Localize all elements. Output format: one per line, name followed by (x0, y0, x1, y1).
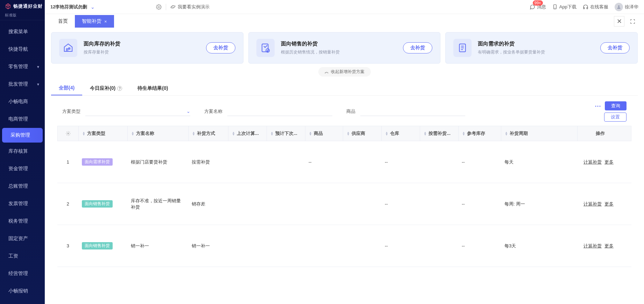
sidebar-item[interactable]: 电商管理 (0, 110, 45, 128)
card-desc: 根据历史销售情况，按销量补货 (281, 49, 397, 55)
more-link[interactable]: 更多 (604, 243, 614, 248)
svg-rect-3 (554, 5, 557, 9)
fullscreen-icon[interactable] (627, 16, 638, 27)
sort-icon: ▲▼ (385, 131, 388, 136)
th-ref[interactable]: ▲▼参考库存 (459, 126, 501, 141)
sidebar-item[interactable]: 总账管理 (0, 178, 45, 195)
filter-goods: 商品 (346, 107, 465, 116)
sidebar-menu: 搜索菜单快捷导航零售管理▼批发管理▼小畅电商电商管理采购管理库存核算资金管理总账… (0, 20, 45, 304)
cell-warehouse: -- (381, 243, 420, 248)
card-title: 面向销售的补货 (281, 41, 397, 47)
user-name: 徐泽华 (625, 4, 638, 10)
sidebar-item[interactable]: 基础信息 (0, 300, 45, 304)
sidebar-item[interactable]: 零售管理▼ (0, 58, 45, 75)
go-restock-button[interactable]: 去补货 (600, 42, 630, 53)
sidebar-item[interactable]: 小畅电商 (0, 93, 45, 110)
cell-ref: -- (458, 243, 501, 248)
brand-icon (5, 3, 11, 9)
messages-button[interactable]: 99+ 消息 (530, 4, 546, 10)
card-desc: 有明确需求，按业务单据要货量补货 (478, 49, 594, 55)
sort-icon: ▲▼ (131, 131, 134, 136)
user-menu[interactable]: 徐泽华 (615, 3, 638, 11)
sidebar-item[interactable]: 小畅报销 (0, 282, 45, 300)
sidebar-item[interactable]: 税务管理 (0, 212, 45, 230)
sidebar-item[interactable]: 批发管理▼ (0, 75, 45, 93)
th-cycle[interactable]: ▲▼补货周期 (501, 126, 578, 141)
query-button[interactable]: 查询 (605, 101, 627, 110)
th-gear[interactable] (58, 126, 79, 141)
th-goods[interactable]: ▲▼商品 (305, 126, 343, 141)
calc-link[interactable]: 计算补货 (583, 159, 602, 165)
sidebar-item[interactable]: 资金管理 (0, 160, 45, 178)
window-tab[interactable]: 首页 (51, 15, 75, 28)
sort-icon: ▲▼ (505, 131, 508, 136)
sidebar-item[interactable]: 采购管理 (2, 128, 43, 143)
cell-warehouse: -- (381, 201, 420, 207)
card-icon (59, 39, 77, 57)
page-tabs-bar: 首页智能补货× ✕ (45, 14, 644, 29)
filter-tabs: 全部(4)今日应补(0)?待生单结果(0) (51, 81, 638, 96)
cell-name: 库存不准，按近一周销量补货 (127, 198, 188, 210)
chevron-down-icon: ⌄ (186, 109, 190, 114)
th-name[interactable]: ▲▼方案名称 (128, 126, 189, 141)
close-icon[interactable]: × (104, 19, 107, 24)
gear-icon[interactable] (156, 4, 162, 10)
sidebar: 畅捷通好业财 标准版 搜索菜单快捷导航零售管理▼批发管理▼小畅电商电商管理采购管… (0, 0, 45, 304)
chevron-down-icon: ⌄ (91, 4, 95, 10)
cell-cycle: 每3天 (501, 243, 577, 249)
svg-rect-5 (583, 7, 585, 9)
filter-tab[interactable]: 待生单结果(0) (130, 81, 176, 95)
sort-icon: ▲▼ (309, 131, 312, 136)
sidebar-item[interactable]: 经营管理 (0, 265, 45, 282)
filter-name-input[interactable] (227, 107, 332, 116)
sidebar-item[interactable]: 搜索菜单 (0, 23, 45, 41)
filter-tab[interactable]: 今日应补(0)? (82, 81, 130, 95)
th-type[interactable]: ▲▼方案类型 (79, 126, 128, 141)
cell-method: 销存差 (188, 201, 228, 207)
th-warehouse[interactable]: ▲▼仓库 (382, 126, 420, 141)
sidebar-item[interactable]: 库存核算 (0, 143, 45, 160)
filter-tab[interactable]: 全部(4) (51, 81, 82, 95)
table-row: 2 面向销售补货 库存不准，按近一周销量补货 销存差 -- -- 每周: 周一 … (57, 183, 631, 225)
go-restock-button[interactable]: 去补货 (403, 42, 432, 53)
sidebar-item[interactable]: 发票管理 (0, 195, 45, 212)
calc-link[interactable]: 计算补货 (583, 243, 602, 248)
more-link[interactable]: 更多 (604, 201, 614, 207)
th-last[interactable]: ▲▼上次计算... (228, 126, 267, 141)
window-tab[interactable]: 智能补货× (75, 15, 114, 28)
scheme-card: 面向需求的补货 有明确需求，按业务单据要货量补货 去补货 (445, 32, 638, 64)
filter-type-select[interactable]: ⌄ (85, 107, 190, 116)
calc-link[interactable]: 计算补货 (583, 201, 602, 207)
filter-goods-label: 商品 (346, 108, 355, 115)
sidebar-item[interactable]: 快捷导航 (0, 41, 45, 58)
row-index: 2 (57, 201, 78, 207)
setting-button[interactable]: 设置 (604, 113, 627, 122)
demo-link[interactable]: 我要看实例演示 (170, 4, 210, 10)
svg-rect-8 (66, 49, 68, 52)
collapse-button[interactable]: ︽ 收起新增补货方案 (318, 67, 371, 77)
th-next[interactable]: ▲▼预计下次... (267, 126, 305, 141)
download-button[interactable]: App下载 (552, 4, 576, 10)
context-value: 12李艳芬测试勿删 (50, 4, 87, 10)
brand-edition: 标准版 (0, 13, 45, 20)
card-icon (256, 39, 275, 57)
caret-down-icon: ▼ (36, 65, 40, 69)
sidebar-item[interactable]: 工资 (0, 247, 45, 265)
th-method[interactable]: ▲▼补货方式 (189, 126, 228, 141)
more-link[interactable]: 更多 (604, 159, 614, 165)
th-supplier[interactable]: ▲▼供应商 (343, 126, 382, 141)
scheme-cards: 面向库存的补货 按库存量补货 去补货 面向销售的补货 根据历史销售情况，按销量补… (51, 32, 638, 64)
more-filters-icon[interactable]: ⋯ (594, 102, 602, 109)
filters-actions: ⋯ 查询 设置 (594, 101, 627, 122)
close-tab-button[interactable]: ✕ (614, 16, 624, 27)
card-icon (453, 39, 472, 57)
sidebar-item[interactable]: 固定资产 (0, 230, 45, 247)
filter-name: 方案名称 (204, 107, 332, 116)
row-index: 1 (57, 159, 78, 165)
context-selector[interactable]: 12李艳芬测试勿删 ⌄ (50, 4, 152, 10)
help-icon[interactable]: ? (117, 86, 122, 91)
go-restock-button[interactable]: 去补货 (206, 42, 235, 53)
th-need[interactable]: ▲▼按需补货... (420, 126, 459, 141)
support-button[interactable]: 在线客服 (583, 4, 608, 10)
filter-goods-input[interactable] (360, 107, 465, 116)
